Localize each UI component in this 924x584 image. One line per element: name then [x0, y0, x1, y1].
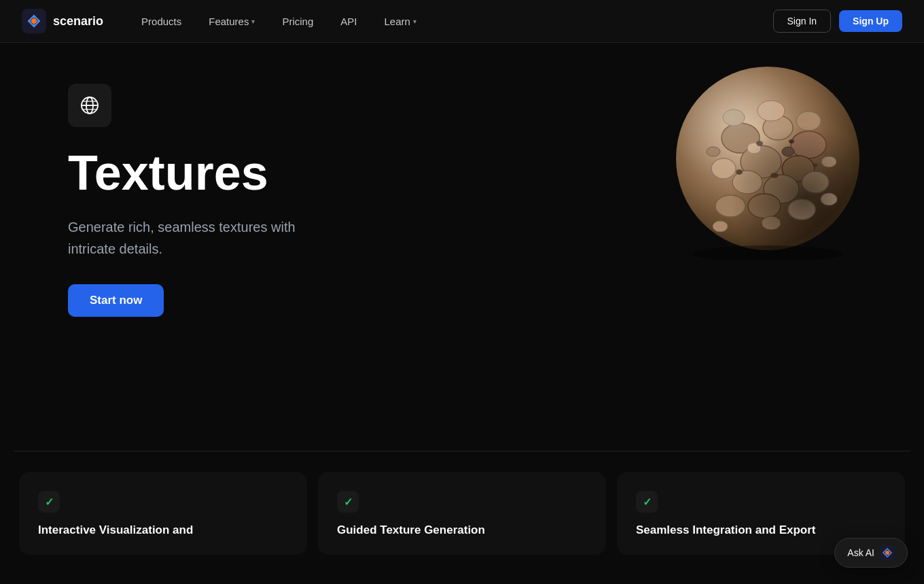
svg-point-1 — [31, 18, 37, 24]
check-icon-2: ✓ — [643, 496, 652, 509]
svg-point-40 — [885, 551, 889, 555]
globe-icon — [79, 95, 101, 116]
ask-ai-logo-icon — [880, 545, 895, 560]
navbar-right: Sign In Sign Up — [773, 10, 902, 33]
nav-links: Products Features ▾ Pricing API Learn ▾ — [130, 10, 427, 33]
nav-features[interactable]: Features ▾ — [198, 10, 266, 33]
features-section: ✓ Interactive Visualization and ✓ Guided… — [0, 451, 924, 555]
feature-card-interactive: ✓ Interactive Visualization and — [19, 472, 307, 555]
start-now-button[interactable]: Start now — [68, 284, 164, 317]
check-badge-1: ✓ — [337, 491, 359, 513]
ask-ai-label: Ask AI — [847, 547, 874, 558]
nav-products[interactable]: Products — [130, 10, 192, 33]
nav-learn[interactable]: Learn ▾ — [374, 10, 427, 33]
check-badge-0: ✓ — [38, 491, 60, 513]
hero-sphere-container — [666, 56, 870, 263]
feature-title-1: Guided Texture Generation — [337, 522, 587, 538]
feature-card-guided: ✓ Guided Texture Generation — [318, 472, 606, 555]
scenario-logo-icon — [22, 9, 46, 33]
logo-text: scenario — [53, 14, 103, 29]
texture-icon-box — [68, 84, 111, 127]
feature-title-2: Seamless Integration and Export — [636, 522, 886, 538]
nav-pricing[interactable]: Pricing — [271, 10, 324, 33]
hero-section: Textures Generate rich, seamless texture… — [0, 43, 924, 451]
check-icon-1: ✓ — [344, 496, 353, 509]
ask-ai-button[interactable]: Ask AI — [834, 538, 908, 568]
svg-point-37 — [676, 67, 859, 250]
features-chevron-icon: ▾ — [251, 18, 255, 25]
navbar-left: scenario Products Features ▾ Pricing API… — [22, 9, 427, 33]
logo[interactable]: scenario — [22, 9, 103, 33]
svg-point-38 — [693, 245, 842, 260]
feature-title-0: Interactive Visualization and — [38, 522, 288, 538]
sign-in-button[interactable]: Sign In — [773, 10, 832, 33]
navbar: scenario Products Features ▾ Pricing API… — [0, 0, 924, 43]
check-icon-0: ✓ — [45, 496, 54, 509]
stone-sphere — [666, 56, 870, 260]
hero-description: Generate rich, seamless textures with in… — [68, 216, 394, 260]
learn-chevron-icon: ▾ — [413, 18, 416, 25]
check-badge-2: ✓ — [636, 491, 658, 513]
sign-up-button[interactable]: Sign Up — [839, 10, 902, 32]
nav-api[interactable]: API — [330, 10, 368, 33]
